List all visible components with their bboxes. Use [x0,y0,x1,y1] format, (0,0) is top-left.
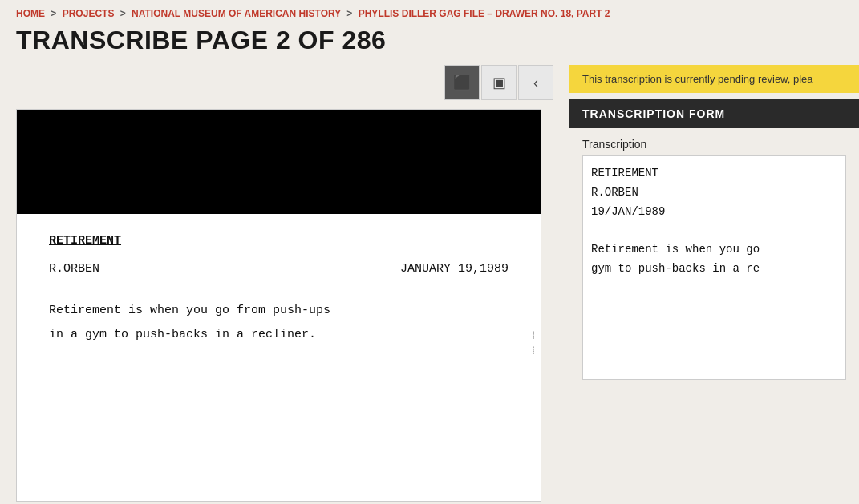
drag-handle[interactable]: ⁞ ⁞ [532,329,534,357]
drag-dots-icon: ⁞ [532,329,534,341]
breadcrumb-home[interactable]: HOME [16,8,45,19]
doc-line-2: in a gym to push-backs in a recliner. [49,323,509,347]
main-layout: ⬛ ▣ ‹ RETIREMENT R.ORBEN JANUARY 19,1989… [0,65,859,504]
view-mode-btn-2[interactable]: ▣ [481,65,517,100]
pending-banner: This transcription is currently pending … [569,65,859,93]
doc-title: RETIREMENT [49,230,509,252]
drag-dots-icon-2: ⁞ [532,344,534,357]
doc-body: Retirement is when you go from push-ups … [49,299,509,347]
document-viewer-panel: ⬛ ▣ ‹ RETIREMENT R.ORBEN JANUARY 19,1989… [0,65,569,504]
transcription-textarea[interactable]: RETIREMENT R.ORBEN 19/JAN/1989 Retiremen… [582,155,846,380]
breadcrumb-projects[interactable]: PROJECTS [63,8,115,19]
sep2: > [120,8,126,19]
doc-line-1: Retirement is when you go from push-ups [49,299,509,323]
page-title: TRANSCRIBE PAGE 2 OF 286 [0,22,859,65]
doc-date: JANUARY 19,1989 [400,258,509,280]
sep1: > [51,8,56,19]
right-panel: This transcription is currently pending … [569,65,859,504]
document-container: RETIREMENT R.ORBEN JANUARY 19,1989 Retir… [16,109,541,502]
breadcrumb: HOME > PROJECTS > NATIONAL MUSEUM OF AME… [0,0,859,22]
doc-meta: R.ORBEN JANUARY 19,1989 [49,258,509,280]
sep3: > [346,8,352,19]
nav-prev-btn[interactable]: ‹ [518,65,553,100]
transcription-label: Transcription [569,128,859,155]
doc-author: R.ORBEN [49,258,99,280]
document-text: RETIREMENT R.ORBEN JANUARY 19,1989 Retir… [17,214,541,363]
transcription-form-header: TRANSCRIPTION FORM [569,99,859,128]
document-image [17,110,541,214]
view-mode-btn-1[interactable]: ⬛ [444,65,480,100]
breadcrumb-collection: PHYLLIS DILLER GAG FILE – DRAWER NO. 18,… [359,8,610,19]
toolbar: ⬛ ▣ ‹ [444,65,553,100]
breadcrumb-museum[interactable]: NATIONAL MUSEUM OF AMERICAN HISTORY [132,8,341,19]
